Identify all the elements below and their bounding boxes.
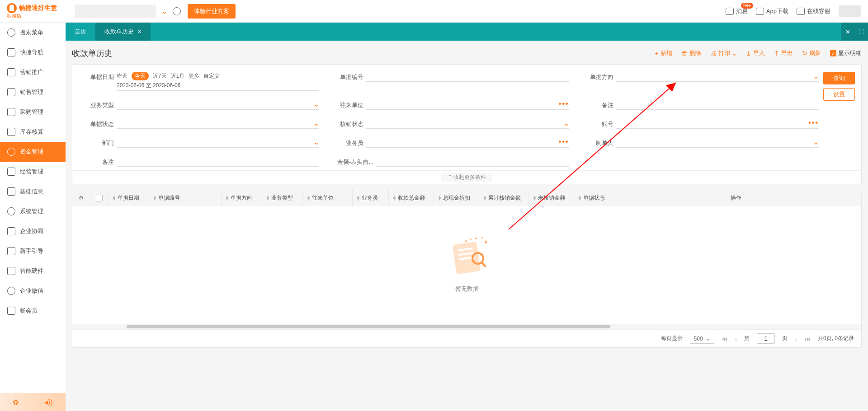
add-button[interactable]: +新增 <box>655 49 672 57</box>
sidebar-item-inventory[interactable]: 库存核算 <box>0 122 66 142</box>
sidebar-item-guide[interactable]: 新手引导 <box>0 241 66 261</box>
sort-icon: ▲▼ <box>307 195 311 201</box>
gear-icon[interactable]: ✿ <box>13 398 19 406</box>
col-status[interactable]: ▲▼单据状态 <box>574 189 610 206</box>
account-picker[interactable] <box>616 119 819 129</box>
settings-button[interactable]: 设置 <box>823 88 855 101</box>
chevron-down-icon: ⌄ <box>732 50 737 57</box>
sort-icon: ▲▼ <box>438 195 442 201</box>
col-total[interactable]: ▲▼收款总金额 <box>389 189 434 206</box>
bill-code-input[interactable] <box>366 72 569 82</box>
prev-page-button[interactable]: ‹ <box>735 335 737 342</box>
close-icon[interactable]: ✕ <box>137 23 142 41</box>
sidebar-item-wechat[interactable]: 企业微信 <box>0 281 66 301</box>
col-unit[interactable]: ▲▼往来单位 <box>303 189 353 206</box>
import-button[interactable]: ⤓导入 <box>746 49 765 57</box>
sidebar-item-quick-nav[interactable]: 快捷导航 <box>0 42 66 62</box>
org-selector[interactable] <box>75 5 156 18</box>
show-detail-toggle[interactable]: ✓显示明细 <box>830 49 862 57</box>
date-custom[interactable]: 自定义 <box>203 72 220 80</box>
date-yesterday[interactable]: 昨天 <box>117 72 127 80</box>
last-page-button[interactable]: ⏭ <box>804 335 811 342</box>
import-label: 导入 <box>753 49 765 57</box>
empty-state: 暂无数据 <box>72 206 861 324</box>
biz-type-label: 业务类型 <box>79 100 114 109</box>
col-dir[interactable]: ▲▼单据方向 <box>222 189 262 206</box>
biz-type-select[interactable] <box>117 100 319 110</box>
col-code[interactable]: ▲▼单据编号 <box>149 189 222 206</box>
sidebar-item-purchase[interactable]: 采购管理 <box>0 102 66 122</box>
logo-subtitle: 标准版 <box>7 13 66 19</box>
date-more[interactable]: 更多 <box>189 72 199 80</box>
maker-select[interactable] <box>616 138 819 148</box>
query-button[interactable]: 查询 <box>823 72 855 84</box>
vip-icon <box>7 307 15 315</box>
online-service-button[interactable]: 在线客服 <box>797 7 830 15</box>
date-7d[interactable]: 近7天 <box>153 72 167 80</box>
next-page-button[interactable]: › <box>795 335 797 342</box>
col-type[interactable]: ▲▼业务类型 <box>262 189 303 206</box>
dept-select[interactable] <box>117 138 319 148</box>
bill-dir-select[interactable] <box>616 72 819 82</box>
experience-button[interactable]: 体验行业方案 <box>188 4 236 19</box>
column-settings-button[interactable]: ⚙ <box>72 189 90 206</box>
col-emp[interactable]: ▲▼业务员 <box>353 189 389 206</box>
tab-home[interactable]: 首页 <box>66 23 95 41</box>
select-all-checkbox[interactable] <box>96 195 103 201</box>
gear-icon[interactable] <box>173 7 181 15</box>
bill-status-select[interactable] <box>117 119 319 129</box>
sidebar-item-funds[interactable]: 资金管理 <box>0 142 66 162</box>
sidebar-item-member[interactable]: 畅会员 <box>0 301 66 321</box>
first-page-button[interactable]: ⏮ <box>722 335 728 342</box>
horizontal-scrollbar[interactable] <box>72 324 861 329</box>
show-detail-label: 显示明细 <box>838 49 862 57</box>
tabs-bar: 首页 收款单历史✕ ✕ ⛶ <box>66 23 868 41</box>
sidebar-item-search-menu[interactable]: 搜索菜单 <box>0 23 66 42</box>
collapse-filter-button[interactable]: ⌃ 收起更多条件 <box>441 173 492 182</box>
date-today[interactable]: 今天 <box>132 72 149 80</box>
col-unver[interactable]: ▲▼未核销金额 <box>529 189 574 206</box>
sidebar-item-sales[interactable]: 销售管理 <box>0 82 66 102</box>
sidebar-item-marketing[interactable]: 营销推广 <box>0 62 66 82</box>
chevron-down-icon[interactable]: ⌄ <box>161 7 167 15</box>
employee-picker[interactable] <box>366 138 569 148</box>
unit-picker[interactable] <box>366 100 569 110</box>
sidebar-item-smart-hw[interactable]: 智能硬件 <box>0 261 66 281</box>
online-service-label: 在线客服 <box>807 7 830 15</box>
sidebar-item-operations[interactable]: 经营管理 <box>0 162 66 182</box>
delete-button[interactable]: 🗑删除 <box>681 49 701 57</box>
fullscreen-button[interactable]: ⛶ <box>854 23 868 41</box>
amount-head-label: 金额-表头自... <box>328 157 373 166</box>
amount-head-input[interactable] <box>376 157 569 167</box>
page-input[interactable] <box>757 333 775 344</box>
date-range-value[interactable]: 2023-06-06 至 2023-06-06 <box>117 82 319 91</box>
sidebar-item-label: 搜索菜单 <box>20 28 43 37</box>
sort-icon: ▲▼ <box>533 195 537 201</box>
export-button[interactable]: ⤒导出 <box>774 49 793 57</box>
sidebar-item-basic-info[interactable]: 基础信息 <box>0 182 66 201</box>
remark2-input[interactable] <box>117 157 319 167</box>
col-date[interactable]: ▲▼单据日期 <box>108 189 149 206</box>
sidebar-item-collab[interactable]: 企业协同 <box>0 221 66 241</box>
verify-status-select[interactable] <box>366 119 569 129</box>
sort-icon: ▲▼ <box>356 195 360 201</box>
col-disc[interactable]: ▲▼总现金折扣 <box>434 189 479 206</box>
sort-icon: ▲▼ <box>578 195 582 201</box>
date-1m[interactable]: 近1月 <box>171 72 185 80</box>
col-ver[interactable]: ▲▼累计核销金额 <box>479 189 529 206</box>
app-download-button[interactable]: App下载 <box>756 7 788 15</box>
wechat-icon <box>7 287 15 295</box>
page-size-select[interactable]: 500⌄ <box>690 334 714 344</box>
messages-button[interactable]: 消息 99+ <box>726 7 748 15</box>
print-label: 打印 <box>718 49 730 57</box>
remark-input[interactable] <box>616 100 819 110</box>
sidebar-item-system[interactable]: 系统管理 <box>0 201 66 221</box>
print-button[interactable]: 🖨打印 ⌄ <box>710 49 737 57</box>
sound-icon[interactable]: ◂)) <box>44 398 53 406</box>
app-header: 畅捷通好生意 标准版 ⌄ 体验行业方案 消息 99+ App下载 在线客服 <box>0 0 868 23</box>
page-header: 收款单历史 +新增 🗑删除 🖨打印 ⌄ ⤓导入 ⤒导出 ↻刷新 ✓显示明细 <box>72 45 862 64</box>
close-all-button[interactable]: ✕ <box>841 23 854 41</box>
refresh-button[interactable]: ↻刷新 <box>802 49 821 57</box>
avatar[interactable] <box>839 5 861 17</box>
tab-receipt-history[interactable]: 收款单历史✕ <box>95 23 151 41</box>
